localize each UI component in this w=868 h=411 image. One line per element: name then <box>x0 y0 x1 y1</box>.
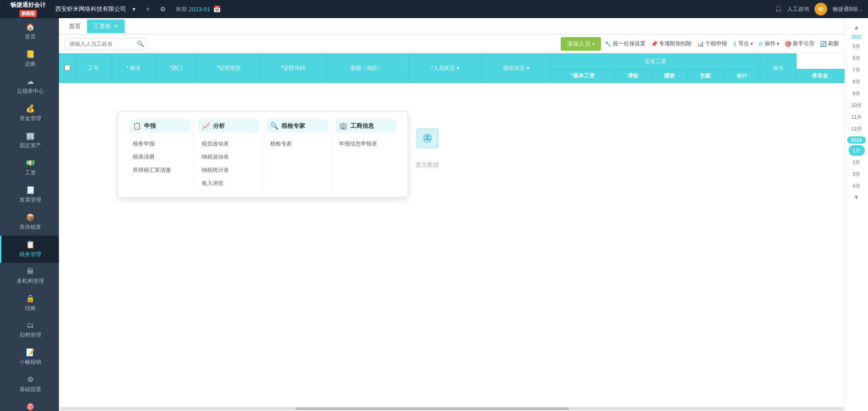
dropdown-item-income-tax-calc[interactable]: 所得税汇算清缴 <box>129 164 190 177</box>
scroll-track[interactable] <box>61 407 843 410</box>
user-avatar[interactable]: 畅 <box>815 3 827 15</box>
add-person-button[interactable]: 添加人员 ▾ <box>561 37 601 51</box>
th-work-no: 工号 <box>76 54 112 83</box>
sidebar-label-cloud: 云报表中心 <box>17 87 44 95</box>
select-all-checkbox[interactable] <box>64 65 70 71</box>
search-input[interactable] <box>64 38 146 50</box>
month-5[interactable]: 5月 <box>849 41 865 52</box>
help-label[interactable]: 人工咨询 <box>787 5 809 13</box>
sidebar-item-guide[interactable]: 🎯 新手引导 <box>0 398 59 411</box>
analysis-col-icon: 📈 <box>202 122 210 130</box>
month-1-active[interactable]: 1月 <box>849 145 865 156</box>
month-2[interactable]: 2月 <box>849 157 865 168</box>
th-performance: 绩效 <box>651 69 688 83</box>
close-icon: 🔒 <box>26 294 35 303</box>
dropdown-item-income-browse[interactable]: 收入浏览 <box>198 177 259 190</box>
action-special-deduction[interactable]: 📌 专项附加扣除 <box>651 40 692 48</box>
action-operations[interactable]: ⚙ 操作▾ <box>758 40 779 48</box>
company-selector[interactable]: 西安虾米网络科技有限公司 ▾ ＋ ⚙ <box>55 4 169 14</box>
declaration-col-icon: 📋 <box>133 122 141 130</box>
refresh-icon: 🔄 <box>820 41 827 47</box>
action-export[interactable]: ⬆ 导出▾ <box>732 40 753 48</box>
tab-label-home-tab: 首页 <box>69 23 81 29</box>
action-refresh[interactable]: 🔄 刷新 <box>820 40 839 48</box>
horizontal-scrollbar[interactable] <box>59 406 844 411</box>
dropdown-item-tax-report[interactable]: 税务申报 <box>129 137 190 150</box>
special-deduction-label: 专项附加扣除 <box>659 40 692 48</box>
dropdown-item-tax-rate-fluctuation[interactable]: 纳税波动表 <box>198 150 259 164</box>
sidebar-item-report[interactable]: 📝 小畅报销 <box>0 343 59 371</box>
month-6[interactable]: 6月 <box>849 53 865 63</box>
month-10[interactable]: 10月 <box>849 100 865 111</box>
timeline-down-nav[interactable]: ▼ <box>851 192 862 203</box>
sidebar-label-multi: 多机构管理 <box>17 277 44 285</box>
sidebar-item-tax[interactable]: 📋 税务管理 <box>0 236 59 263</box>
month-7[interactable]: 7月 <box>849 64 865 75</box>
sidebar-item-multi[interactable]: 🏛 多机构管理 <box>0 263 59 290</box>
special-deduction-icon: 📌 <box>651 41 658 47</box>
sidebar-label-inventory: 库存核算 <box>19 223 41 231</box>
sidebar-label-tax: 税务管理 <box>19 251 41 258</box>
table-wrapper: 工号 * 姓名 *部门 *证照类型 *证照号码 国籍（地区） *人员状态 ▾ 报… <box>59 53 844 406</box>
th-salary-group: 应发工资 <box>551 54 760 69</box>
sidebar-label-close: 结账 <box>25 305 36 312</box>
dropdown-item-tax-stat[interactable]: 纳税统计表 <box>198 164 259 177</box>
dropdown-popup: 📋 申报税务申报税表清册所得税汇算清缴📈 分析税负波动表纳税波动表纳税统计表收入… <box>118 111 408 198</box>
company-settings-icon[interactable]: ⚙ <box>157 5 169 14</box>
sidebar-item-assets[interactable]: 🏢 固定资产 <box>0 127 59 154</box>
app-title: 畅捷通好会计 <box>10 1 46 9</box>
th-status: *人员状态 ▾ <box>408 54 482 83</box>
month-3[interactable]: 3月 <box>849 169 865 179</box>
add-person-arrow-icon: ▾ <box>592 41 595 46</box>
th-name: * 姓名 <box>112 54 155 83</box>
business-info-col-icon: 🏢 <box>339 122 348 130</box>
sidebar-item-basic[interactable]: ⚙ 基础设置 <box>0 371 59 398</box>
month-8[interactable]: 8月 <box>849 76 865 87</box>
user-name[interactable]: 畅捷通B组... <box>833 5 863 13</box>
calendar-icon[interactable]: 📅 <box>210 5 223 14</box>
action-tax-declaration[interactable]: 📊 个税申报 <box>697 40 727 48</box>
report-icon: 📝 <box>26 348 35 357</box>
social-insurance-label: 统一社保设置 <box>613 40 645 48</box>
scroll-thumb[interactable] <box>296 407 569 410</box>
month-11[interactable]: 11月 <box>849 111 865 122</box>
period-value[interactable]: 2023-01 <box>189 6 210 13</box>
dropdown-item-tax-schedule[interactable]: 税表清册 <box>129 150 190 164</box>
dropdown-item-annual-report[interactable]: 年报信息申报表 <box>335 137 397 150</box>
basic-icon: ⚙ <box>27 375 34 384</box>
tab-home-tab[interactable]: 首页 <box>63 19 87 33</box>
dropdown-col-business-info: 🏢 工商信息年报信息申报表 <box>332 119 401 190</box>
sidebar-item-ledger[interactable]: 📒 总账 <box>0 45 59 73</box>
sidebar-item-inventory[interactable]: 📦 库存核算 <box>0 208 59 236</box>
analysis-col-title: 分析 <box>213 122 225 130</box>
sidebar-item-salary[interactable]: 💵 工资 <box>0 154 59 181</box>
sidebar-item-home[interactable]: 🏠 首页 <box>0 18 59 45</box>
timeline-up-nav[interactable]: ▲ <box>851 22 862 33</box>
ledger-icon: 📒 <box>26 50 35 58</box>
company-dropdown-icon[interactable]: ▾ <box>130 5 138 14</box>
tab-close-salary-tab[interactable]: ✕ <box>114 23 118 29</box>
sidebar-item-cloud[interactable]: ☁ 云报表中心 <box>0 73 59 100</box>
sidebar-item-invoice[interactable]: 🧾 发票管理 <box>0 181 59 208</box>
prev-year-label: 2022 <box>851 34 861 39</box>
th-checkbox[interactable] <box>59 54 76 83</box>
refresh-label: 刷新 <box>828 40 839 48</box>
action-new-guide[interactable]: 🎯 新手引导 <box>785 40 815 48</box>
add-person-label: 添加人员 <box>567 40 591 48</box>
content-area: 首页工资表 ✕ 🔍 添加人员 ▾ 🔧 统一社保设置📌 专项附加扣除📊 个税申报⬆ <box>59 18 844 411</box>
sidebar-item-funds[interactable]: 💰 资金管理 <box>0 100 59 127</box>
month-12[interactable]: 12月 <box>849 123 865 134</box>
sidebar-item-close[interactable]: 🔒 结账 <box>0 290 59 317</box>
multi-icon: 🏛 <box>27 267 34 276</box>
th-cert-no: *证照号码 <box>261 54 325 83</box>
dropdown-item-tax-fluctuation[interactable]: 税负波动表 <box>198 137 259 150</box>
th-deduction: 扣款 <box>688 69 724 83</box>
action-social-insurance[interactable]: 🔧 统一社保设置 <box>605 40 645 48</box>
month-9[interactable]: 9月 <box>849 88 865 99</box>
svg-point-4 <box>425 137 427 139</box>
add-company-icon[interactable]: ＋ <box>142 4 154 14</box>
dropdown-item-tax-check-expert[interactable]: 税检专家 <box>267 137 328 150</box>
month-4[interactable]: 4月 <box>849 180 865 191</box>
tab-salary-tab[interactable]: 工资表 ✕ <box>87 19 125 33</box>
sidebar-item-archive[interactable]: 🗂 归档管理 <box>0 317 59 343</box>
